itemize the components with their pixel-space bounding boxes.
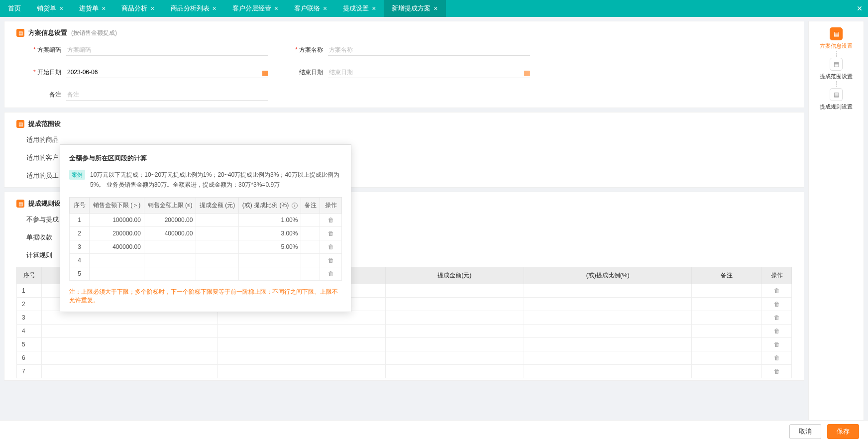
cell-no[interactable]: 7	[17, 365, 42, 378]
delete-icon[interactable]: 🗑	[774, 287, 780, 294]
cell[interactable]	[524, 351, 692, 365]
input-plan-code[interactable]	[66, 44, 268, 56]
cancel-button[interactable]: 取消	[789, 424, 821, 439]
section-title: 提成规则设	[28, 199, 61, 208]
cell[interactable]	[692, 284, 762, 298]
anchor-提成规则设置[interactable]: ▤提成规则设置	[811, 88, 862, 110]
cell[interactable]	[692, 311, 762, 325]
delete-icon[interactable]: 🗑	[328, 217, 334, 223]
cell[interactable]	[524, 284, 692, 298]
cell[interactable]	[42, 365, 218, 378]
cell[interactable]	[524, 338, 692, 351]
tab-首页[interactable]: 首页	[0, 0, 29, 17]
cell[interactable]	[524, 298, 692, 311]
cell: 400000.00	[90, 240, 144, 253]
cell	[144, 240, 196, 253]
col-header: 序号	[17, 267, 42, 284]
cell[interactable]	[42, 351, 218, 365]
row-remark: 备注	[26, 89, 268, 101]
tab-close-icon[interactable]: ×	[274, 4, 278, 12]
cell-no[interactable]: 6	[17, 351, 42, 365]
cell	[196, 253, 239, 267]
cell[interactable]	[692, 351, 762, 365]
cell[interactable]	[692, 365, 762, 378]
cell-no: 3	[70, 240, 90, 253]
anchor-icon: ▤	[830, 58, 843, 71]
cell-no[interactable]: 5	[17, 338, 42, 351]
cell[interactable]	[385, 311, 524, 325]
cell-no[interactable]: 1	[17, 284, 42, 298]
cell[interactable]	[42, 325, 218, 338]
cell[interactable]	[217, 325, 385, 338]
input-plan-name[interactable]	[328, 44, 530, 56]
tab-提成设置[interactable]: 提成设置×	[335, 0, 384, 17]
cell[interactable]	[385, 298, 524, 311]
cell[interactable]	[524, 365, 692, 378]
cell[interactable]	[524, 325, 692, 338]
tab-进货单[interactable]: 进货单×	[71, 0, 113, 17]
input-start-date[interactable]	[66, 67, 268, 78]
cell-no[interactable]: 4	[17, 325, 42, 338]
cell[interactable]	[385, 284, 524, 298]
tab-close-icon[interactable]: ×	[372, 4, 376, 12]
cell[interactable]	[692, 325, 762, 338]
save-button[interactable]: 保存	[827, 424, 859, 439]
tab-商品分析列表[interactable]: 商品分析列表×	[163, 0, 224, 17]
table-row: 6🗑	[17, 351, 792, 365]
col-header: 提成金额(元)	[385, 267, 524, 284]
cell[interactable]	[692, 338, 762, 351]
tab-销货单[interactable]: 销货单×	[29, 0, 71, 17]
anchor-提成范围设置[interactable]: ▤提成范围设置	[811, 58, 862, 80]
cell[interactable]	[524, 311, 692, 325]
input-remark[interactable]	[66, 89, 268, 101]
delete-icon[interactable]: 🗑	[774, 301, 780, 308]
delete-icon[interactable]: 🗑	[328, 243, 334, 250]
cell[interactable]	[692, 298, 762, 311]
cell[interactable]	[217, 365, 385, 378]
cell[interactable]	[385, 325, 524, 338]
delete-icon[interactable]: 🗑	[328, 230, 334, 237]
delete-icon[interactable]: 🗑	[328, 270, 334, 277]
section-header: ▤ 方案信息设置 (按销售金额提成)	[16, 28, 792, 37]
tab-close-icon[interactable]: ×	[213, 4, 217, 12]
cell[interactable]	[385, 351, 524, 365]
tab-close-icon[interactable]: ×	[323, 4, 327, 12]
delete-icon[interactable]: 🗑	[774, 314, 780, 321]
tab-bar: 首页销货单×进货单×商品分析×商品分析列表×客户分层经营×客户联络×提成设置×新…	[0, 0, 868, 17]
anchor-label: 方案信息设置	[820, 42, 853, 50]
cell[interactable]	[42, 338, 218, 351]
tab-新增提成方案[interactable]: 新增提成方案×	[384, 0, 445, 17]
delete-icon[interactable]: 🗑	[774, 341, 780, 348]
input-end-date[interactable]	[328, 67, 530, 78]
cell[interactable]	[385, 338, 524, 351]
label-end-date: 结束日期	[288, 68, 323, 77]
cell	[301, 253, 320, 267]
cell[interactable]	[217, 351, 385, 365]
cell	[301, 213, 320, 226]
tab-close-icon[interactable]: ×	[59, 4, 63, 12]
tab-close-icon[interactable]: ×	[434, 4, 437, 12]
label-remark: 备注	[26, 91, 61, 99]
tab-客户联络[interactable]: 客户联络×	[286, 0, 335, 17]
cell-no[interactable]: 3	[17, 311, 42, 325]
delete-icon[interactable]: 🗑	[774, 328, 780, 334]
tab-close-icon[interactable]: ×	[150, 4, 154, 12]
cell[interactable]	[42, 311, 218, 325]
info-icon: i	[292, 203, 298, 209]
delete-icon[interactable]: 🗑	[774, 354, 780, 361]
cell-no[interactable]: 2	[17, 298, 42, 311]
row-plan-code: 方案编码	[26, 44, 268, 56]
cell[interactable]	[385, 365, 524, 378]
cell	[144, 253, 196, 267]
tab-商品分析[interactable]: 商品分析×	[113, 0, 162, 17]
cell	[238, 267, 301, 280]
cell	[301, 240, 320, 253]
tab-close-icon[interactable]: ×	[102, 4, 106, 12]
cell[interactable]	[217, 338, 385, 351]
anchor-方案信息设置[interactable]: ▤方案信息设置	[811, 27, 862, 50]
tab-客户分层经营[interactable]: 客户分层经营×	[224, 0, 286, 17]
delete-icon[interactable]: 🗑	[328, 257, 334, 264]
close-all-icon[interactable]: ×	[851, 0, 868, 17]
delete-icon[interactable]: 🗑	[774, 368, 780, 375]
cell[interactable]	[217, 311, 385, 325]
